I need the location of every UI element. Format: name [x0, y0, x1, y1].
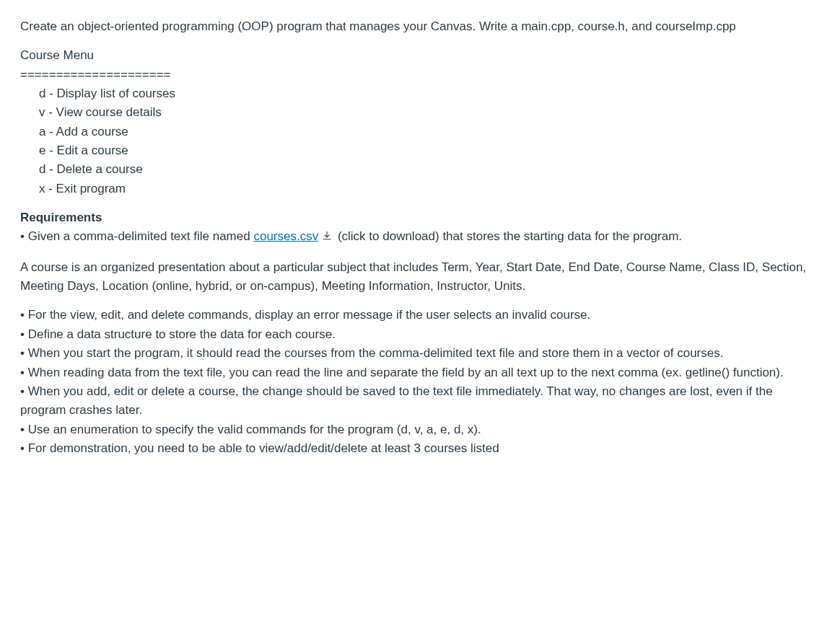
menu-item: d - Display list of courses: [39, 84, 807, 103]
menu-item: x - Exit program: [39, 180, 807, 198]
requirement-bullet: • When you add, edit or delete a course,…: [20, 382, 807, 420]
bullet-suffix: (click to download) that stores the star…: [334, 229, 682, 243]
requirement-bullet: • When reading data from the text file, …: [20, 363, 807, 382]
requirements-bullets: • For the view, edit, and delete command…: [20, 306, 807, 458]
courses-csv-link[interactable]: courses.csv: [253, 229, 318, 243]
menu-title: Course Menu: [20, 46, 807, 65]
menu-item: v - View course details: [39, 103, 807, 122]
requirements-block: Requirements • Given a comma-delimited t…: [20, 208, 807, 248]
course-description: A course is an organized presentation ab…: [20, 258, 807, 296]
menu-items-list: d - Display list of courses v - View cou…: [20, 84, 807, 198]
requirement-bullet-file: • Given a comma-delimited text file name…: [20, 227, 807, 247]
requirements-heading: Requirements: [20, 208, 807, 227]
intro-paragraph: Create an object-oriented programming (O…: [20, 17, 807, 36]
requirement-bullet: • When you start the program, it should …: [20, 344, 807, 363]
bullet-prefix: • Given a comma-delimited text file name…: [20, 229, 253, 243]
requirement-bullet: • Define a data structure to store the d…: [20, 325, 807, 344]
requirement-bullet: • For demonstration, you need to be able…: [20, 439, 807, 458]
download-icon[interactable]: [321, 229, 333, 247]
requirement-bullet: • For the view, edit, and delete command…: [20, 306, 807, 325]
menu-separator: =====================: [20, 66, 807, 84]
requirement-bullet: • Use an enumeration to specify the vali…: [20, 420, 807, 439]
course-menu-block: Course Menu ===================== d - Di…: [20, 46, 807, 198]
menu-item: e - Edit a course: [39, 141, 807, 160]
menu-item: a - Add a course: [39, 123, 807, 141]
menu-item: d - Delete a course: [39, 160, 807, 179]
